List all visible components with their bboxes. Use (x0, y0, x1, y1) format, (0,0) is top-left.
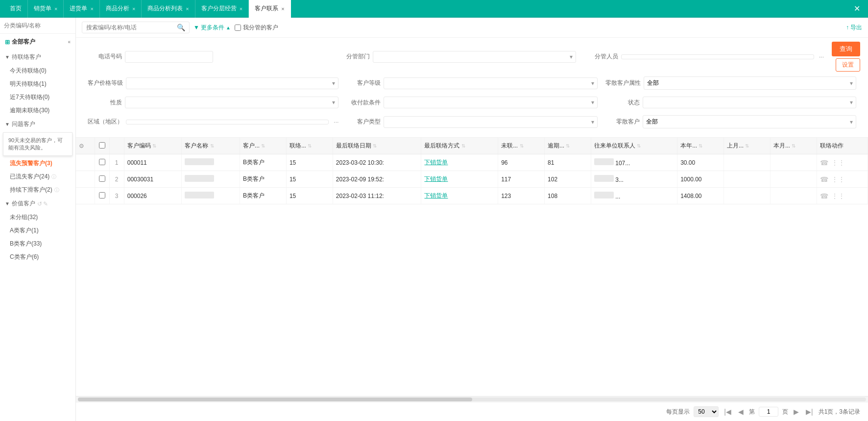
filter-select-nature[interactable]: ▾ (125, 97, 338, 108)
tab-bar: 首页 销货单 × 进货单 × 商品分析 × 商品分析列表 × 客户分层经营 × … (0, 0, 868, 18)
sidebar-item-overdue[interactable]: 逾期未联络(30) (0, 104, 75, 117)
table-header-row: ⚙ 客户编码 ⇅ 客户名称 ⇅ 客户... ⇅ 联络... ⇅ 最后联络日期 ⇅… (76, 138, 868, 154)
my-customer-check[interactable] (235, 25, 241, 31)
query-button[interactable]: 查询 (832, 42, 860, 56)
th-type[interactable]: 客户... ⇅ (240, 138, 287, 154)
sidebar-item-c-class[interactable]: C类客户(6) (0, 250, 75, 264)
td-action-1: ☎ ⋮⋮ (817, 171, 868, 188)
filter-dots-region[interactable]: ··· (334, 119, 338, 125)
contact-action-icon-2[interactable]: ☎ (820, 192, 828, 200)
tab-purchase[interactable]: 进货单 × (64, 0, 99, 18)
tab-close-purchase[interactable]: × (90, 6, 93, 12)
tab-analysis-list[interactable]: 商品分析列表 × (142, 0, 195, 18)
th-action: 联络动作 (817, 138, 868, 154)
th-year-amount[interactable]: 本年... ⇅ (677, 138, 724, 154)
tab-close-customer-tier[interactable]: × (240, 6, 242, 12)
tab-analysis[interactable]: 商品分析 × (100, 0, 142, 18)
my-customer-checkbox[interactable]: 我分管的客户 (235, 24, 278, 32)
td-name-2 (182, 188, 240, 204)
refresh-icon[interactable]: ↺ (37, 200, 42, 207)
filter-input-phone[interactable] (125, 51, 213, 63)
horizontal-scrollbar[interactable] (76, 396, 868, 402)
th-last-method[interactable]: 最后联络方式 ⇅ (421, 138, 498, 154)
sidebar-item-churned[interactable]: 已流失客户(24) ⓘ (0, 170, 75, 183)
filter-select-scatter[interactable]: 全部 ▾ (643, 115, 856, 128)
next-page-button[interactable]: ▶ (792, 408, 800, 416)
tab-sales[interactable]: 销货单 × (28, 0, 64, 18)
more-filter-button[interactable]: ▼ 更多条件 ▲ (193, 24, 231, 32)
th-unlinkdays[interactable]: 未联... ⇅ (498, 138, 545, 154)
page-number-input[interactable] (759, 407, 778, 417)
row-checkbox-0[interactable] (99, 159, 105, 165)
last-method-link-0[interactable]: 下销货单 (424, 159, 448, 166)
filter-select-price-grade[interactable]: ▾ (126, 77, 338, 89)
th-name[interactable]: 客户名称 ⇅ (182, 138, 240, 154)
filter-select-scatter-attr[interactable]: 全部 ▾ (644, 76, 856, 90)
th-code[interactable]: 客户编码 ⇅ (124, 138, 182, 154)
sidebar-item-7days[interactable]: 近7天待联络(0) (0, 91, 75, 104)
filter-select-manager[interactable] (621, 54, 814, 59)
th-last-month[interactable]: 上月... ⇅ (724, 138, 771, 154)
contact-action-icon-1[interactable]: ☎ (820, 175, 828, 183)
sidebar-item-today[interactable]: 今天待联络(0) (0, 64, 75, 77)
last-method-link-2[interactable]: 下销货单 (424, 192, 448, 199)
scrollbar-thumb[interactable] (78, 397, 472, 401)
sidebar-item-declining[interactable]: 持续下滑客户(2) ⓘ (0, 183, 75, 197)
row-checkbox-2[interactable] (99, 192, 105, 198)
per-page-label: 每页显示 (666, 408, 690, 416)
first-page-button[interactable]: |◀ (723, 408, 733, 416)
settings-button[interactable]: 设置 (836, 58, 860, 72)
th-last-date[interactable]: 最后联络日期 ⇅ (333, 138, 421, 154)
filter-select-payment[interactable]: ▾ (384, 97, 597, 108)
th-contact-person[interactable]: 往来单位联系人 ⇅ (591, 138, 677, 154)
more-action-icon-1[interactable]: ⋮⋮ (831, 175, 845, 183)
tab-close-customer-contact[interactable]: × (281, 6, 284, 12)
td-last-method-0[interactable]: 下销货单 (421, 154, 498, 171)
edit-icon[interactable]: ✎ (43, 200, 48, 207)
tab-customer-tier[interactable]: 客户分层经营 × (195, 0, 249, 18)
row-checkbox-1[interactable] (99, 175, 105, 182)
tab-close-analysis[interactable]: × (132, 6, 135, 12)
filter-select-dept[interactable]: ▾ (373, 51, 576, 63)
sidebar-item-tomorrow[interactable]: 明天待联络(1) (0, 77, 75, 91)
th-contact[interactable]: 联络... ⇅ (286, 138, 333, 154)
filter-select-status[interactable]: ▾ (643, 97, 856, 108)
td-last-method-1[interactable]: 下销货单 (421, 171, 498, 188)
more-action-icon-0[interactable]: ⋮⋮ (831, 159, 845, 167)
sidebar-item-churn-warning[interactable]: 流失预警客户(3) (0, 157, 75, 170)
last-page-button[interactable]: ▶| (804, 408, 815, 416)
per-page-select[interactable]: 50 100 200 (694, 406, 719, 417)
sidebar-item-b-class[interactable]: B类客户(33) (0, 237, 75, 250)
settings-icon[interactable]: ⚙ (79, 143, 84, 149)
search-input[interactable] (86, 24, 177, 31)
filter-select-cust-grade[interactable]: ▾ (384, 77, 597, 89)
th-settings[interactable]: ⚙ (76, 138, 95, 154)
filter-select-cust-type[interactable]: ▾ (384, 116, 597, 128)
select-all-checkbox[interactable] (99, 142, 105, 149)
contact-action-icon-0[interactable]: ☎ (820, 159, 828, 167)
tab-close-sales[interactable]: × (54, 6, 57, 12)
search-button[interactable]: 🔍 (177, 24, 185, 31)
sidebar-item-ungrouped[interactable]: 未分组(32) (0, 211, 75, 224)
tab-customer-contact[interactable]: 客户联系 × (249, 0, 290, 18)
export-button[interactable]: ↑ 导出 (846, 24, 862, 32)
collapse-icon[interactable]: « (68, 39, 71, 45)
more-action-icon-2[interactable]: ⋮⋮ (831, 192, 845, 200)
filter-dots-manager[interactable]: ··· (819, 53, 824, 60)
sidebar-item-a-class[interactable]: A类客户(1) (0, 224, 75, 237)
sidebar-all-customers[interactable]: ⊞ 全部客户 « (0, 34, 75, 50)
tab-close-analysis-list[interactable]: × (186, 6, 189, 12)
td-name-1 (182, 171, 240, 188)
last-method-link-1[interactable]: 下销货单 (424, 175, 448, 182)
filter-select-region[interactable] (126, 120, 329, 124)
prev-page-button[interactable]: ◀ (737, 408, 745, 416)
sidebar-group-problem[interactable]: ▼ 问题客户 (0, 117, 75, 131)
tab-home[interactable]: 首页 (4, 0, 28, 18)
sidebar-search-input[interactable] (4, 22, 76, 29)
sidebar-group-pending[interactable]: ▼ 待联络客户 (0, 50, 75, 64)
sidebar-group-value[interactable]: ▼ 价值客户 ↺ ✎ (0, 197, 75, 211)
window-close-button[interactable]: ✕ (850, 4, 864, 13)
th-overdue[interactable]: 逾期... ⇅ (545, 138, 591, 154)
th-this-month[interactable]: 本月... ⇅ (770, 138, 817, 154)
td-last-method-2[interactable]: 下销货单 (421, 188, 498, 204)
